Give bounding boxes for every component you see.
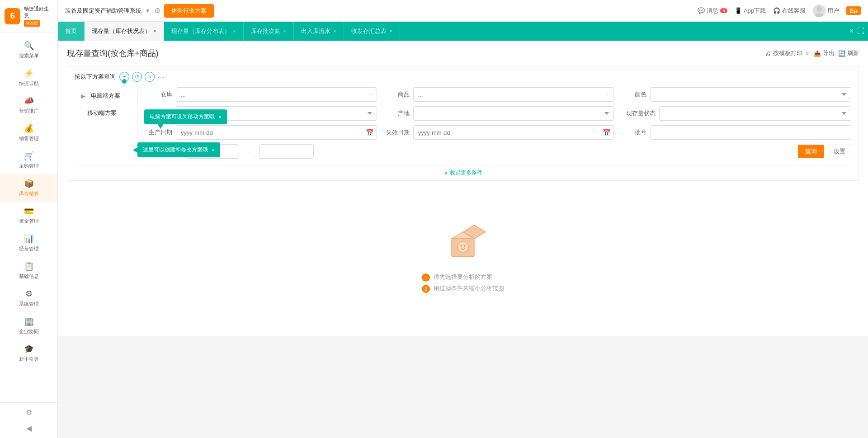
tab-close-in-out-flow[interactable]: ×: [333, 28, 336, 34]
trial-btn[interactable]: 体验行业方案: [164, 4, 214, 18]
expire-date-label: 失效日期: [382, 128, 410, 137]
close-all-tabs-icon[interactable]: ×: [849, 27, 854, 35]
sidebar-item-finance[interactable]: 💳 资金管理: [0, 202, 57, 229]
marketing-icon: 📣: [24, 96, 34, 106]
goods-input[interactable]: [413, 87, 614, 102]
user-menu[interactable]: 用户: [813, 5, 839, 17]
ea-badge: Ea: [846, 6, 861, 15]
title-actions: 🖨 按模板打印 ▼ 📤 导出 🔄 刷新: [765, 49, 859, 57]
filter-row-1: 仓库 ⋯ 商品 ⋯: [145, 87, 851, 102]
stock-qty-max-input[interactable]: [259, 144, 314, 159]
tooltip-scheme-create: 这里可以创建和修改方案哦 ×: [137, 142, 220, 157]
query-btn[interactable]: 查询: [798, 145, 824, 158]
scheme-item-pc[interactable]: ▶ 电脑端方案: [75, 87, 134, 104]
filter-section: 按以下方案查询 + ↺ « ⋯: [67, 66, 859, 181]
sidebar-item-enterprise[interactable]: 🏢 企业协同: [0, 312, 57, 339]
produce-date-wrap: 📅: [176, 125, 377, 140]
goods-group: 商品 ⋯: [382, 87, 614, 102]
tooltip2-arrow: [133, 147, 137, 153]
tab-close-batch-ledger[interactable]: ×: [283, 28, 286, 34]
produce-date-calendar-icon[interactable]: 📅: [366, 129, 373, 136]
tooltip1-arrow: [158, 124, 163, 129]
collapse-bar[interactable]: ∧ 收起更多条件: [75, 165, 851, 180]
batch-label: 批号: [619, 128, 646, 137]
sidebar-item-sales[interactable]: 💰 销售管理: [0, 119, 57, 146]
warehouse-input[interactable]: [176, 87, 377, 102]
settings-query-btn[interactable]: 设置: [828, 145, 851, 158]
empty-state: 1 请先选择要分析的方案 2 用过滤条件来缩小分析范围: [67, 184, 859, 329]
filter-row-3: 生产日期 📅 失效日期: [145, 125, 851, 140]
tab-batch-ledger[interactable]: 库存批次账 ×: [244, 22, 294, 41]
sidebar-item-basic-info[interactable]: 📋 基础信息: [0, 257, 57, 284]
tab-inventory-status[interactable]: 现存量（库存状况表） ×: [85, 22, 164, 41]
sidebar-item-system[interactable]: ⚙ 系统管理: [0, 284, 57, 312]
sidebar-item-guide[interactable]: 🎓 新手引导: [0, 339, 57, 367]
add-scheme-btn[interactable]: +: [119, 72, 129, 82]
sidebar: 6 畅捷通好生意 标准版 🔍 搜索菜单 ⚡ 快捷导航 📣 营销推广 💰 销售管理: [0, 0, 58, 438]
stock-status-select[interactable]: [659, 106, 851, 121]
header-settings-icon[interactable]: ⚙: [154, 6, 160, 15]
purchase-icon: 🛒: [24, 151, 34, 161]
tab-inventory-dist[interactable]: 现存量（库存分布表） ×: [164, 22, 244, 41]
header-left: 装备及固定资产辅助管理系统 ▼ ⚙ 体验行业方案: [65, 4, 214, 18]
settings-bottom-icon[interactable]: ⚙: [26, 408, 32, 417]
logo-area: 6 畅捷通好生意 标准版: [0, 0, 57, 33]
tabs-actions: × ⛶: [849, 27, 868, 35]
origin-group: 产地: [382, 106, 614, 121]
batch-input[interactable]: [650, 125, 851, 140]
tab-close-inventory-dist[interactable]: ×: [233, 28, 236, 34]
origin-select[interactable]: [413, 106, 614, 121]
refresh-scheme-btn[interactable]: ↺: [132, 72, 142, 82]
tab-in-out-flow[interactable]: 出入库流水 ×: [294, 22, 344, 41]
headset-icon: 🎧: [773, 7, 780, 14]
back-scheme-btn[interactable]: «: [145, 72, 155, 82]
expire-date-input[interactable]: [413, 125, 614, 140]
sales-icon: 💰: [24, 123, 34, 133]
empty-step-2: 2 用过滤条件来缩小分析范围: [422, 284, 504, 293]
sidebar-item-quick-nav[interactable]: ⚡ 快捷导航: [0, 64, 57, 91]
sidebar-item-inventory[interactable]: 📦 库存核算: [0, 174, 57, 202]
page-title-bar: 现存量查询(按仓库+商品) 🖨 按模板打印 ▼ 📤 导出 🔄: [67, 48, 859, 59]
refresh-btn[interactable]: 🔄 刷新: [838, 49, 859, 57]
range-separator: —: [243, 148, 256, 155]
page-title: 现存量查询(按仓库+商品): [67, 48, 159, 59]
sidebar-nav: 🔍 搜索菜单 ⚡ 快捷导航 📣 营销推广 💰 销售管理 🛒 采购管理 📦: [0, 33, 57, 402]
print-btn[interactable]: 🖨 按模板打印 ▼: [765, 49, 810, 57]
empty-step-1: 1 请先选择要分析的方案: [422, 273, 504, 282]
system-dropdown-icon[interactable]: ▼: [145, 8, 151, 14]
online-support-btn[interactable]: 🎧 在线客服: [773, 7, 806, 15]
scheme-item-mobile[interactable]: 移动端方案: [75, 104, 134, 122]
tab-receive-summary[interactable]: 收发存汇总表 ×: [344, 22, 400, 41]
goods-input-wrap: ⋯: [413, 87, 614, 102]
export-btn[interactable]: 📤 导出: [814, 49, 835, 57]
user-avatar: [813, 5, 826, 17]
tooltip1-close-btn[interactable]: ×: [218, 114, 222, 120]
more-options-btn[interactable]: ⋯: [157, 73, 165, 81]
refresh-icon: 🔄: [838, 50, 845, 57]
produce-date-input[interactable]: [176, 125, 377, 140]
guide-icon: 🎓: [24, 344, 34, 354]
produce-date-group: 生产日期 📅: [145, 125, 377, 140]
tooltip2-close-btn[interactable]: ×: [212, 147, 215, 153]
scheme-list: ▶ 电脑端方案 移动端方案: [75, 87, 138, 163]
step-num-2: 2: [422, 285, 430, 293]
sidebar-item-operations[interactable]: 📊 经营管理: [0, 229, 57, 257]
collapse-sidebar-icon[interactable]: ◀: [26, 424, 32, 433]
color-select[interactable]: [650, 87, 851, 102]
sidebar-item-search[interactable]: 🔍 搜索菜单: [0, 36, 57, 64]
tab-home[interactable]: 首页: [58, 22, 85, 41]
tab-close-inventory-status[interactable]: ×: [153, 28, 156, 34]
sidebar-item-marketing[interactable]: 📣 营销推广: [0, 91, 57, 119]
filter-form: 仓库 ⋯ 商品 ⋯: [138, 87, 851, 163]
svg-point-7: [461, 245, 462, 247]
fullscreen-icon[interactable]: ⛶: [857, 27, 864, 35]
expire-date-calendar-icon[interactable]: 📅: [603, 129, 610, 136]
tab-close-receive-summary[interactable]: ×: [389, 28, 392, 34]
batch-group: 批号: [619, 125, 851, 140]
print-dropdown-icon: ▼: [804, 50, 810, 57]
message-btn[interactable]: 💬 消息 6: [698, 7, 727, 15]
inventory-icon: 📦: [24, 179, 34, 188]
app-download-btn[interactable]: 📱 App下载: [735, 7, 766, 15]
goods-label: 商品: [382, 90, 410, 99]
sidebar-item-purchase[interactable]: 🛒 采购管理: [0, 146, 57, 174]
